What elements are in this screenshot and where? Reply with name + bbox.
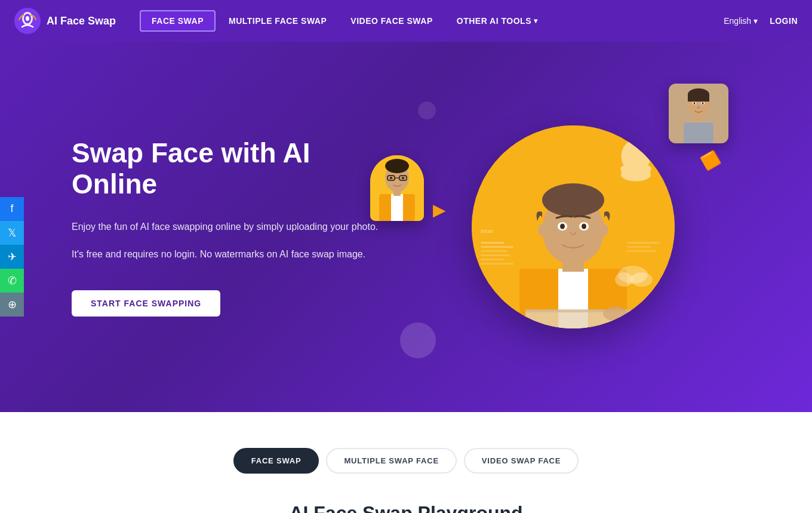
svg-point-17	[385, 159, 409, 173]
nav-links: FACE SWAP MULTIPLE FACE SWAP VIDEO FACE …	[140, 10, 724, 32]
svg-point-3	[26, 16, 29, 21]
svg-point-21	[390, 177, 393, 179]
lang-chevron-icon: ▾	[753, 16, 758, 26]
svg-rect-36	[481, 250, 508, 252]
share-button[interactable]: ⊕	[0, 293, 24, 317]
svg-point-57	[538, 224, 546, 236]
source-face-svg	[669, 84, 728, 143]
source-face-image	[669, 84, 728, 143]
svg-point-64	[631, 272, 653, 287]
tab-multiple-swap-face[interactable]: MULTIPLE SWAP FACE	[326, 448, 456, 474]
tab-bar: FACE SWAP MULTIPLE SWAP FACE VIDEO SWAP …	[233, 448, 579, 474]
svg-rect-59	[525, 311, 645, 328]
svg-rect-37	[481, 254, 510, 256]
login-button[interactable]: LOGIN	[770, 16, 798, 26]
svg-point-56	[582, 224, 586, 229]
social-sidebar: f 𝕏 ✈ ✆ ⊕	[0, 197, 24, 317]
language-selector[interactable]: English ▾	[724, 16, 758, 26]
svg-point-32	[622, 169, 651, 182]
tab-video-swap-face[interactable]: VIDEO SWAP FACE	[464, 448, 579, 474]
svg-rect-24	[391, 194, 403, 221]
hero-desc1: Enjoy the fun of AI face swapping online…	[72, 219, 382, 235]
svg-point-22	[402, 177, 405, 179]
nav-video-face-swap[interactable]: VIDEO FACE SWAP	[340, 11, 443, 30]
whatsapp-icon: ✆	[8, 274, 17, 287]
nav-face-swap[interactable]: FACE SWAP	[140, 10, 216, 32]
hero-image-area: 🔶	[382, 84, 764, 370]
svg-point-54	[560, 224, 565, 229]
language-label: English	[724, 16, 751, 26]
hero-desc2: It's free and requires no login. No wate…	[72, 247, 382, 262]
bottom-section: FACE SWAP MULTIPLE SWAP FACE VIDEO SWAP …	[0, 412, 812, 513]
svg-rect-34	[481, 242, 505, 244]
svg-rect-13	[695, 116, 702, 122]
nav-multiple-face-swap[interactable]: MULTIPLE FACE SWAP	[218, 11, 337, 30]
svg-rect-35	[481, 246, 513, 248]
whatsapp-share-button[interactable]: ✆	[0, 269, 24, 293]
facebook-icon: f	[10, 202, 13, 215]
arrow-down-icon: 🔶	[696, 146, 725, 174]
hero-section: Swap Face with AI Online Enjoy the fun o…	[0, 42, 812, 412]
result-face-circle: Inran	[472, 125, 675, 328]
svg-rect-42	[627, 250, 657, 252]
svg-rect-25	[393, 191, 401, 196]
telegram-share-button[interactable]: ✈	[0, 245, 24, 269]
svg-rect-14	[684, 122, 713, 143]
svg-rect-41	[627, 246, 651, 248]
logo-icon	[14, 8, 41, 34]
share-icon: ⊕	[8, 298, 17, 311]
hero-title: Swap Face with AI Online	[72, 137, 382, 201]
deco-circle-1	[400, 322, 436, 358]
nav-other-ai-tools[interactable]: OTHER AI TOOLS ▾	[446, 11, 549, 30]
navbar: AI Face Swap FACE SWAP MULTIPLE FACE SWA…	[0, 0, 812, 42]
chevron-down-icon: ▾	[534, 17, 538, 25]
playground-title: AI Face Swap Playground	[289, 502, 522, 513]
svg-point-63	[615, 272, 633, 287]
arrow-right-icon: ▶	[433, 200, 446, 220]
deco-circle-2	[418, 102, 436, 119]
logo-link[interactable]: AI Face Swap	[14, 8, 116, 34]
other-ai-tools-label: OTHER AI TOOLS	[457, 16, 531, 26]
nav-right: English ▾ LOGIN	[724, 16, 798, 26]
svg-rect-60	[525, 309, 645, 312]
svg-text:Inran: Inran	[481, 228, 493, 234]
svg-point-9	[694, 102, 696, 105]
brand-name: AI Face Swap	[47, 15, 116, 27]
facebook-share-button[interactable]: f	[0, 197, 24, 221]
svg-rect-38	[481, 259, 505, 260]
svg-point-12	[697, 107, 700, 109]
result-face-svg: Inran	[472, 125, 675, 328]
svg-point-61	[603, 306, 627, 321]
svg-rect-40	[627, 242, 660, 244]
start-face-swapping-button[interactable]: START FACE SWAPPING	[72, 290, 220, 317]
hero-content: Swap Face with AI Online Enjoy the fun o…	[72, 137, 382, 317]
twitter-share-button[interactable]: 𝕏	[0, 221, 24, 245]
svg-point-11	[702, 102, 704, 105]
svg-point-58	[600, 224, 608, 236]
telegram-icon: ✈	[8, 250, 17, 263]
svg-rect-39	[481, 263, 513, 265]
svg-rect-7	[688, 94, 709, 102]
twitter-icon: 𝕏	[8, 226, 17, 239]
svg-point-47	[542, 183, 604, 217]
tab-face-swap[interactable]: FACE SWAP	[233, 448, 319, 474]
